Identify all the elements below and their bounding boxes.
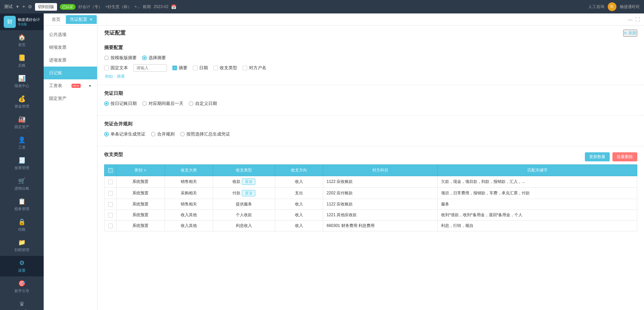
- left-nav-item-payroll[interactable]: 工资表 NEW ▼: [44, 79, 97, 92]
- tab-close-icon[interactable]: ✕: [89, 17, 93, 22]
- switch-version-button[interactable]: 切到旧版: [35, 3, 57, 11]
- sidebar-item-purchase[interactable]: 🛒 进销台账: [0, 174, 44, 194]
- checkbox-fixed-text[interactable]: 固定文本: [104, 65, 128, 71]
- ledger-icon: 📒: [18, 54, 26, 62]
- row-type-1: 付款 置顶: [213, 188, 275, 199]
- refresh-label: 刷新: [629, 30, 637, 36]
- radio-label-merge: 合并规则: [157, 131, 175, 137]
- row-checkbox-3[interactable]: [104, 210, 117, 221]
- row-keywords-4: 利息，行转，规自: [438, 221, 637, 231]
- sidebar-item-assets[interactable]: 🏭 固定资产: [0, 112, 44, 133]
- sidebar-item-ledger[interactable]: 📒 总账: [0, 51, 44, 71]
- sidebar-item-label-archive: 归档管理: [14, 247, 29, 253]
- sidebar-item-close[interactable]: 🔒 结账: [0, 215, 44, 235]
- th-checkbox[interactable]: ☐: [104, 165, 117, 176]
- sidebar-item-label-reports: 报表中心: [14, 83, 29, 88]
- row-category-3: 系统预置: [117, 210, 165, 221]
- checkbox-label-summary: 摘要: [179, 65, 187, 71]
- tab-home[interactable]: 首页: [48, 15, 65, 24]
- checkbox-box-date: [193, 66, 198, 70]
- select-all-checkbox[interactable]: ☐: [108, 168, 113, 173]
- tab-maximize-button[interactable]: ⛶: [635, 17, 640, 22]
- radio-label-select: 选择摘要: [148, 55, 166, 61]
- add-icon[interactable]: +: [22, 4, 25, 10]
- sidebar-item-label-tax: 税务管理: [14, 206, 29, 211]
- row-checkbox-4[interactable]: [104, 221, 117, 231]
- avatar[interactable]: 旺: [608, 2, 616, 11]
- help-text[interactable]: 人工咨询: [588, 4, 604, 10]
- tag-btn-0[interactable]: 置顶: [242, 179, 255, 185]
- radio-by-journal-date[interactable]: 按日记账日期: [104, 101, 137, 107]
- row-checkbox-1[interactable]: [104, 188, 117, 199]
- calendar-icon[interactable]: 📅: [171, 4, 176, 9]
- th-direction: 收支方向: [275, 165, 323, 176]
- row-checkbox-box-2[interactable]: [108, 202, 113, 207]
- summary-title: 摘要配置: [104, 45, 637, 51]
- row-type-2: 提供服务: [213, 199, 275, 210]
- checkbox-summary[interactable]: ✓ 摘要: [172, 65, 187, 71]
- dropdown-arrow-icon[interactable]: ▼: [15, 4, 19, 9]
- batch-delete-button[interactable]: 批量删除: [612, 152, 637, 161]
- app-title: 测试: [4, 4, 13, 10]
- refresh-button[interactable]: ↻ 刷新: [623, 30, 637, 37]
- checkbox-counterparty[interactable]: 对方户名: [243, 65, 266, 71]
- left-nav-item-journal[interactable]: 日记账: [44, 67, 97, 79]
- sidebar-item-member[interactable]: ♛ 畅会员: [0, 297, 44, 310]
- settings-icon[interactable]: ⚙: [28, 4, 32, 9]
- row-checkbox-0[interactable]: [104, 176, 117, 188]
- radio-template-summary[interactable]: 按模板版摘要: [104, 55, 137, 61]
- sidebar-item-invoice[interactable]: 🧾 发票管理: [0, 153, 44, 174]
- radio-single-record[interactable]: 单条记录生成凭证: [104, 131, 145, 137]
- radio-custom-date[interactable]: 自定义日期: [189, 101, 217, 107]
- row-checkbox-2[interactable]: [104, 199, 117, 210]
- sidebar-item-archive[interactable]: 📁 归档管理: [0, 235, 44, 256]
- row-checkbox-box-1[interactable]: [108, 191, 113, 196]
- tab-voucher-config[interactable]: 凭证配置 ✕: [66, 15, 97, 24]
- sidebar-item-guide[interactable]: 🎯 新手引导: [0, 276, 44, 297]
- row-checkbox-box-4[interactable]: [108, 224, 113, 228]
- date-title: 凭证日期: [104, 90, 637, 96]
- radio-circle-single: [104, 132, 109, 137]
- radio-dot-single: [105, 133, 108, 135]
- table-row: 系统预置 收入其他 个人收款 收入 1221 其他应收款 收到*借款，收到*备用…: [104, 210, 637, 221]
- row-major-0: 销售相关: [165, 176, 213, 188]
- left-nav-item-public[interactable]: 公共选项: [44, 28, 97, 41]
- logo-sub: 专业版: [18, 22, 40, 27]
- sidebar-item-tax[interactable]: 📋 税务管理: [0, 194, 44, 215]
- radio-label-template: 按模板版摘要: [111, 55, 137, 61]
- tab-voucher-config-label: 凭证配置: [70, 16, 87, 23]
- row-checkbox-box-0[interactable]: [108, 180, 113, 184]
- checkbox-income-type[interactable]: 收支类型: [213, 65, 237, 71]
- sidebar-item-home[interactable]: 🏠 首页: [0, 30, 44, 51]
- left-nav-label-public: 公共选项: [49, 32, 67, 38]
- left-nav-item-sales-invoice[interactable]: 销项发票: [44, 41, 97, 54]
- radio-circle-aggregate: [180, 132, 185, 137]
- row-type-0: 收款 置顶: [213, 176, 275, 188]
- radio-merge-rule[interactable]: 合并规则: [151, 131, 175, 137]
- row-checkbox-box-3[interactable]: [108, 213, 113, 218]
- tab-minimize-button[interactable]: —: [628, 17, 633, 22]
- checkbox-check-summary: ✓: [173, 66, 176, 70]
- fixed-text-input[interactable]: [133, 64, 167, 72]
- radio-dot-journal-date: [105, 103, 108, 105]
- sidebar-item-salary[interactable]: 👤 工资: [0, 133, 44, 153]
- row-category-4: 系统预置: [117, 221, 165, 231]
- row-category-1: 系统预置: [117, 188, 165, 199]
- sidebar-item-funds[interactable]: 💰 资金管理: [0, 92, 44, 112]
- sidebar-item-reports[interactable]: 📊 报表中心: [0, 71, 44, 92]
- logo-icon: 财: [4, 16, 16, 28]
- left-nav-item-fixed-assets[interactable]: 固定资产: [44, 92, 97, 105]
- update-quantity-button[interactable]: 更新数量: [585, 152, 610, 161]
- user-name[interactable]: 畅捷通旺旺: [620, 4, 640, 10]
- tag-btn-1[interactable]: 置顶: [242, 190, 255, 196]
- content-area: 首页 凭证配置 ✕ — ⛶ 公共选项 销项发票 进项发: [44, 13, 644, 310]
- radio-aggregate[interactable]: 按照选择汇总生成凭证: [180, 131, 230, 137]
- radio-select-summary[interactable]: 选择摘要: [142, 55, 166, 61]
- row-direction-2: 收入: [275, 199, 323, 210]
- table-section-title: 收支类型: [104, 152, 123, 158]
- sidebar-item-settings[interactable]: ⚙ 设置: [0, 256, 44, 276]
- radio-last-day[interactable]: 对应期间最后一天: [142, 101, 183, 107]
- sidebar-item-label-close: 结账: [18, 227, 26, 232]
- checkbox-date[interactable]: 日期: [193, 65, 208, 71]
- left-nav-item-purchase-invoice[interactable]: 进项发票: [44, 54, 97, 67]
